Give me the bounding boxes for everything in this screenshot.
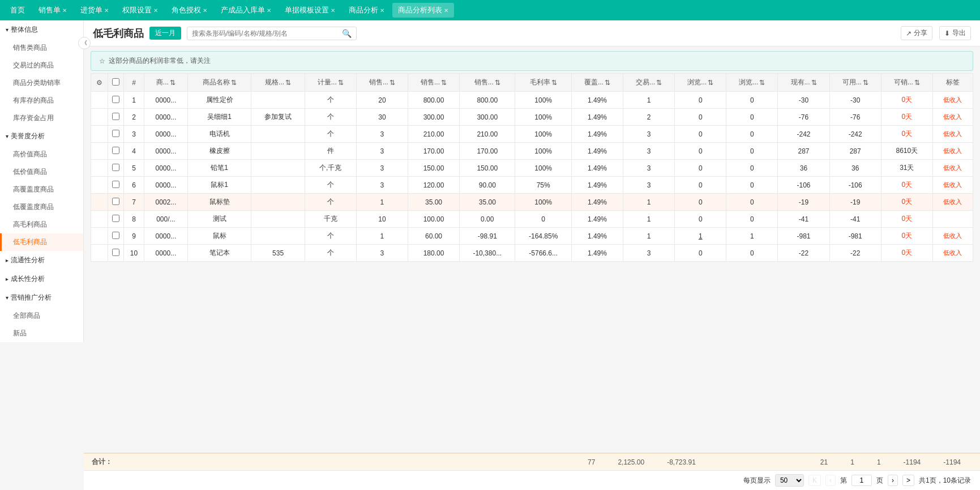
nav-analysis-close[interactable]: ✕ [380, 7, 384, 14]
row-checkbox-4[interactable] [112, 164, 119, 171]
row-checkbox-8[interactable] [112, 232, 119, 239]
nav-home[interactable]: 首页 [5, 3, 31, 18]
th-unit[interactable]: 计量...⇅ [305, 74, 356, 92]
th-settings[interactable]: ⚙ [91, 74, 108, 92]
cell-check-9[interactable] [108, 245, 124, 262]
sidebar-item-traded-goods[interactable]: 交易过的商品 [0, 57, 83, 74]
th-tag[interactable]: 标签 [932, 74, 973, 92]
sidebar-item-low-gross[interactable]: 低毛利商品 [0, 233, 83, 251]
th-view2[interactable]: 浏览...⇅ [726, 74, 778, 92]
th-sale-qty[interactable]: 销售...⇅ [356, 74, 408, 92]
nav-permissions-close[interactable]: ✕ [153, 7, 158, 14]
cell-view1-5[interactable]: 0 [675, 177, 726, 194]
sidebar-item-high-gross[interactable]: 高毛利商品 [0, 216, 83, 233]
cell-view1-2[interactable]: 0 [675, 126, 726, 143]
export-button[interactable]: ⬇ 导出 [939, 26, 971, 40]
per-page-select[interactable]: 50 100 200 [775, 474, 804, 487]
sidebar-item-category-rate[interactable]: 商品分类助销率 [0, 74, 83, 92]
cell-view1-3[interactable]: 0 [675, 143, 726, 160]
sidebar-group-marketing[interactable]: ▾ 营销推广分析 [0, 288, 83, 307]
sidebar-item-high-value[interactable]: 高价值商品 [0, 146, 83, 163]
share-button[interactable]: ↗ 分享 [901, 26, 932, 40]
search-icon[interactable]: 🔍 [342, 29, 352, 38]
cell-view1-4[interactable]: 0 [675, 160, 726, 177]
row-checkbox-9[interactable] [112, 249, 119, 256]
date-filter-button[interactable]: 近一月 [149, 27, 181, 40]
cell-check-8[interactable] [108, 228, 124, 245]
cell-tag-7 [932, 211, 973, 228]
sidebar-item-sales-goods[interactable]: 销售类商品 [0, 39, 83, 57]
nav-template-close[interactable]: ✕ [331, 7, 335, 14]
nav-sales-close[interactable]: ✕ [62, 7, 67, 14]
row-checkbox-2[interactable] [112, 130, 119, 137]
nav-permissions[interactable]: 权限设置 ✕ [117, 3, 164, 18]
row-checkbox-3[interactable] [112, 147, 119, 154]
cell-view1-9[interactable]: 0 [675, 245, 726, 262]
cell-check-6[interactable] [108, 194, 124, 211]
page-input[interactable] [851, 475, 872, 486]
th-view1[interactable]: 浏览...⇅ [675, 74, 726, 92]
search-box[interactable]: 🔍 [187, 27, 357, 40]
cell-check-7[interactable] [108, 211, 124, 228]
sidebar-collapse-button[interactable]: 《 [78, 37, 91, 49]
sidebar-item-stock-capital[interactable]: 库存资金占用 [0, 109, 83, 127]
row-checkbox-5[interactable] [112, 181, 119, 188]
nav-purchase-label: 进货单 [80, 5, 102, 15]
cell-check-3[interactable] [108, 143, 124, 160]
nav-analysis-list[interactable]: 商品分析列表 ✕ [392, 3, 454, 18]
cell-check-1[interactable] [108, 109, 124, 126]
cell-check-5[interactable] [108, 177, 124, 194]
row-checkbox-1[interactable] [112, 113, 119, 120]
search-input[interactable] [192, 29, 342, 37]
prev-page-button[interactable]: ‹ [825, 475, 836, 486]
sidebar-item-in-stock[interactable]: 有库存的商品 [0, 92, 83, 109]
th-name[interactable]: 商品名称⇅ [187, 74, 251, 92]
nav-purchase-close[interactable]: ✕ [104, 7, 109, 14]
cell-check-2[interactable] [108, 126, 124, 143]
nav-purchase[interactable]: 进货单 ✕ [75, 3, 114, 18]
cell-view1-8[interactable]: 1 [675, 228, 726, 245]
next-page-button[interactable]: › [888, 475, 898, 486]
nav-analysis[interactable]: 商品分析 ✕ [343, 3, 390, 18]
row-checkbox-0[interactable] [112, 96, 119, 103]
th-trade[interactable]: 交易...⇅ [623, 74, 675, 92]
sidebar-item-low-coverage[interactable]: 低覆盖度商品 [0, 198, 83, 216]
nav-product-in[interactable]: 产成品入库单 ✕ [215, 3, 277, 18]
nav-sales[interactable]: 销售单 ✕ [33, 3, 72, 18]
sidebar-item-low-value[interactable]: 低价值商品 [0, 163, 83, 181]
sidebar-item-all-goods[interactable]: 全部商品 [0, 307, 83, 325]
sidebar-group-circulation[interactable]: ▸ 流通性分析 [0, 251, 83, 270]
th-check[interactable] [108, 74, 124, 92]
sidebar-group-reputation[interactable]: ▾ 美誉度分析 [0, 127, 83, 146]
cell-check-0[interactable] [108, 92, 124, 109]
th-sale-amount[interactable]: 销售...⇅ [460, 74, 515, 92]
first-page-button[interactable]: K [808, 475, 821, 486]
select-all-checkbox[interactable] [112, 78, 119, 86]
th-spec[interactable]: 规格...⇅ [251, 74, 305, 92]
nav-product-in-close[interactable]: ✕ [267, 7, 271, 14]
nav-analysis-list-close[interactable]: ✕ [444, 7, 448, 14]
sidebar-item-high-coverage[interactable]: 高覆盖度商品 [0, 181, 83, 198]
th-saleable[interactable]: 可销...⇅ [881, 74, 932, 92]
last-page-button[interactable]: > [902, 475, 914, 486]
nav-role-close[interactable]: ✕ [203, 7, 207, 14]
nav-role[interactable]: 角色授权 ✕ [166, 3, 213, 18]
th-coverage[interactable]: 覆盖...⇅ [571, 74, 623, 92]
th-gross-rate[interactable]: 毛利率⇅ [515, 74, 571, 92]
cell-sale-qty-8: 1 [356, 228, 408, 245]
cell-view1-6[interactable]: 0 [675, 194, 726, 211]
th-sale-price[interactable]: 销售...⇅ [408, 74, 459, 92]
row-checkbox-6[interactable] [112, 198, 119, 205]
sidebar-group-growth[interactable]: ▸ 成长性分析 [0, 270, 83, 288]
nav-template[interactable]: 单据模板设置 ✕ [279, 3, 341, 18]
th-available[interactable]: 可用...⇅ [829, 74, 881, 92]
cell-view1-0[interactable]: 0 [675, 92, 726, 109]
sidebar-group-overall[interactable]: ▾ 整体信息 [0, 20, 83, 39]
cell-check-4[interactable] [108, 160, 124, 177]
sidebar-item-new-goods[interactable]: 新品 [0, 325, 83, 342]
cell-view1-1[interactable]: 0 [675, 109, 726, 126]
th-code[interactable]: 商...⇅ [144, 74, 188, 92]
row-checkbox-7[interactable] [112, 215, 119, 222]
cell-view1-7[interactable]: 0 [675, 211, 726, 228]
th-current[interactable]: 现有...⇅ [778, 74, 829, 92]
